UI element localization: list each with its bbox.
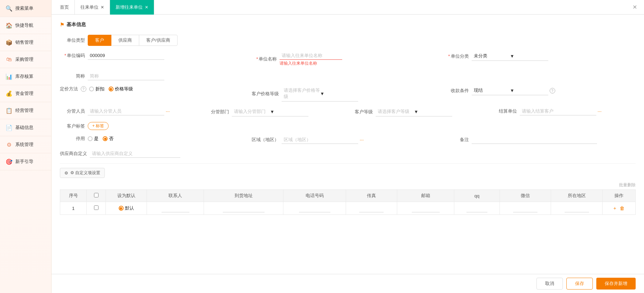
cell-address[interactable] [204,202,283,215]
settlement-unit-input[interactable] [520,107,596,115]
customer-level-select[interactable]: 请选择客户等级 ▼ [376,107,452,116]
sidebar-item-search[interactable]: 🔍 搜索菜单 [0,0,51,17]
disabled-radio-group: 是 否 [88,136,113,142]
cell-qq[interactable] [454,202,500,215]
chevron-down-icon2: ▼ [320,91,356,96]
cancel-button[interactable]: 取消 [536,278,563,290]
cell-seq: 1 [60,202,87,215]
cell-contact[interactable] [147,202,204,215]
supplier-custom-input[interactable] [90,149,180,158]
default-radio[interactable]: 默认 [109,205,143,211]
window-close-button[interactable]: ✕ [628,4,641,10]
sidebar-item-sales[interactable]: 📦 销售管理 [0,34,51,51]
cell-phone[interactable] [283,202,346,215]
custom-settings-button[interactable]: ⚙ ⚙ 自定义项设置 [60,168,105,178]
unit-name-input[interactable] [280,51,342,60]
short-name-label: 简称 [60,73,88,79]
email-input[interactable] [412,204,440,212]
batch-delete-area: 批量删除 [60,182,636,188]
default-label: 默认 [125,205,134,211]
sidebar-item-purchase[interactable]: 🛍 采购管理 [0,51,51,68]
tab-partners-label: 往来单位 [80,4,99,10]
radio-no-label: 否 [109,136,113,142]
phone-input[interactable] [299,204,330,212]
tab-partners[interactable]: 往来单位 ✕ [75,0,110,15]
manager-ellipsis-btn[interactable]: ··· [164,108,171,114]
unit-code-input[interactable] [88,51,164,60]
radio-yes[interactable]: 是 [88,136,99,142]
system-icon: ⚙ [6,141,13,148]
supplier-custom-label: 供应商自定义 [60,150,90,157]
contact-input[interactable] [162,204,189,212]
supplier-custom-field: 供应商自定义 [60,149,636,158]
radio-no[interactable]: 否 [103,136,113,142]
region-input[interactable] [565,204,589,212]
tab-new-partner[interactable]: 新增往来单位 ✕ [110,0,154,15]
sidebar-item-label: 库存核算 [15,73,33,80]
select-all-checkbox[interactable] [94,193,99,197]
tab-partners-close[interactable]: ✕ [101,5,104,10]
col-default: 设为默认 [106,190,147,202]
chevron-down-icon: ▼ [510,54,546,59]
area-input[interactable] [282,136,358,144]
remarks-field: 备注 [444,136,636,144]
sidebar-item-finance[interactable]: 💰 资金管理 [0,85,51,102]
area-ellipsis-btn[interactable]: ··· [358,137,365,143]
payment-terms-select[interactable]: 现结 ▼ [472,86,548,95]
remarks-input[interactable] [472,136,597,144]
sidebar-item-operations[interactable]: 📋 经营管理 [0,102,51,119]
settlement-unit-field: 结算单位 ··· [492,107,636,115]
manager-input[interactable] [88,107,164,115]
col-qq: qq [454,190,500,202]
settlement-ellipsis-btn[interactable]: ··· [596,108,603,114]
tab-new-partner-close[interactable]: ✕ [145,5,148,10]
pricing-method-field: 定价方法 ? 折扣 价格等级 [60,86,252,92]
type-btn-customer[interactable]: 客户 [88,35,111,46]
pricing-help-icon[interactable]: ? [81,86,86,92]
sidebar-item-label: 新手引导 [15,158,33,165]
unit-code-label: *单位编码 [60,52,88,59]
unit-type-label: 单位类型 [60,37,88,43]
unit-category-select[interactable]: 未分类 ▼ [472,51,548,61]
default-radio-circle [119,206,124,211]
type-btn-both[interactable]: 客户/供应商 [139,35,178,46]
fax-input[interactable] [359,204,384,212]
sidebar-item-label: 经营管理 [15,107,33,114]
delete-row-btn[interactable]: 🗑 [619,205,626,211]
wechat-input[interactable] [513,204,537,212]
cell-fax[interactable] [346,202,397,215]
tab-home[interactable]: 首页 [54,0,75,15]
department-label: 分管部门 [204,109,232,115]
payment-help-icon[interactable]: ? [550,88,555,93]
inventory-icon: 📊 [6,73,13,80]
type-btn-supplier[interactable]: 供应商 [111,35,139,46]
save-and-new-button[interactable]: 保存并新增 [596,278,636,290]
sidebar-item-basics[interactable]: 📄 基础信息 [0,119,51,136]
customer-price-level-select[interactable]: 请选择客户价格等级 ▼ [282,86,358,101]
department-select[interactable]: 请输入分管部门 ▼ [232,107,308,116]
sidebar-item-quick-nav[interactable]: 🏠 快捷导航 [0,17,51,34]
save-button[interactable]: 保存 [566,278,593,290]
address-input[interactable] [223,204,265,212]
add-tag-button[interactable]: + 标签 [88,122,109,130]
tab-bar: 首页 往来单位 ✕ 新增往来单位 ✕ ✕ [52,0,644,15]
add-row-btn[interactable]: + [612,205,617,211]
row-pricing: 定价方法 ? 折扣 价格等级 客户价格等级 [60,86,636,101]
payment-terms-field: 收款条件 现结 ▼ ? [444,86,636,95]
gear-icon: ⚙ [64,171,68,176]
sidebar-item-inventory[interactable]: 📊 库存核算 [0,68,51,85]
sidebar-item-system[interactable]: ⚙ 系统管理 [0,136,51,153]
radio-no-circle [103,136,108,141]
sidebar-item-label: 系统管理 [15,141,33,148]
sidebar-item-guide[interactable]: 🎯 新手引导 [0,153,51,170]
cell-actions: + 🗑 [602,202,635,215]
row-checkbox[interactable] [94,205,99,210]
cell-wechat[interactable] [500,202,551,215]
remarks-label: 备注 [444,137,472,143]
cell-region[interactable] [551,202,602,215]
cell-email[interactable] [397,202,454,215]
qq-input[interactable] [466,204,487,212]
radio-discount[interactable]: 折扣 [89,86,104,92]
radio-price-level[interactable]: 价格等级 [109,86,133,92]
short-name-input[interactable] [88,72,164,80]
